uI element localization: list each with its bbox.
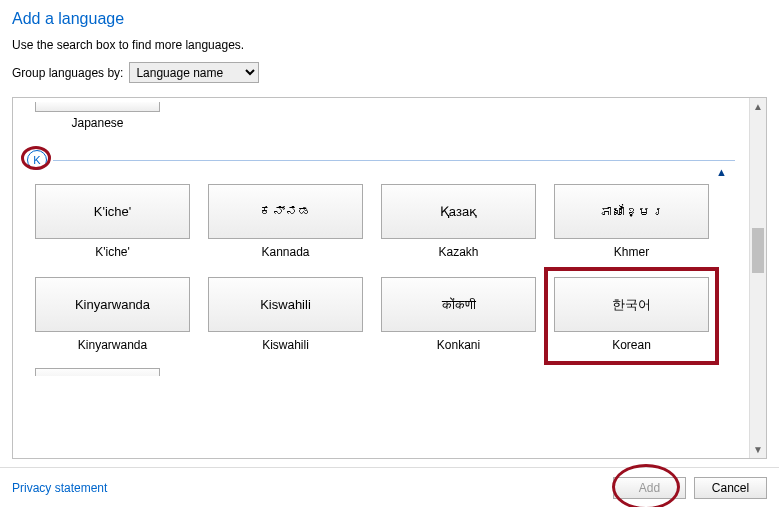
- language-tile-label: Khmer: [614, 245, 649, 259]
- scrollbar[interactable]: ▲ ▼: [749, 98, 766, 458]
- page-subtitle: Use the search box to find more language…: [12, 38, 767, 52]
- language-tile-label: Korean: [612, 338, 651, 352]
- cancel-button[interactable]: Cancel: [694, 477, 767, 499]
- language-tile-label: K'iche': [95, 245, 130, 259]
- collapse-arrow-icon[interactable]: ▲: [716, 166, 727, 178]
- language-tile-partial-top[interactable]: [35, 102, 160, 112]
- letter-group-k[interactable]: K: [27, 150, 47, 170]
- language-tile-korean[interactable]: 한국어: [554, 277, 709, 332]
- language-list: Japanese K ▲ K'iche' K'iche' ಕನ್ನಡ Kanna…: [12, 97, 767, 459]
- scroll-down-icon[interactable]: ▼: [750, 441, 766, 458]
- group-by-select[interactable]: Language name: [129, 62, 259, 83]
- letter-group-label: K: [33, 154, 40, 166]
- language-tile-label: Kinyarwanda: [78, 338, 147, 352]
- language-tile-kannada[interactable]: ಕನ್ನಡ: [208, 184, 363, 239]
- language-tile-label: Kannada: [261, 245, 309, 259]
- divider: [53, 160, 735, 161]
- language-tile-label: Japanese: [35, 112, 160, 130]
- page-title: Add a language: [12, 10, 767, 28]
- language-tile-khmer[interactable]: ភាសាខ្មែរ: [554, 184, 709, 239]
- language-tile-konkani[interactable]: कोंकणी: [381, 277, 536, 332]
- privacy-link[interactable]: Privacy statement: [12, 481, 107, 495]
- language-tile-kiche[interactable]: K'iche': [35, 184, 190, 239]
- scroll-thumb[interactable]: [752, 228, 764, 273]
- group-by-label: Group languages by:: [12, 66, 123, 80]
- add-button-label: Add: [639, 481, 660, 495]
- language-tile-label: Kiswahili: [262, 338, 309, 352]
- language-tile-label: Konkani: [437, 338, 480, 352]
- add-button[interactable]: Add: [613, 477, 686, 499]
- language-tile-kiswahili[interactable]: Kiswahili: [208, 277, 363, 332]
- language-tile-label: Kazakh: [438, 245, 478, 259]
- scroll-up-icon[interactable]: ▲: [750, 98, 766, 115]
- language-tile-kazakh[interactable]: Қазақ: [381, 184, 536, 239]
- language-tile-kinyarwanda[interactable]: Kinyarwanda: [35, 277, 190, 332]
- language-tile-partial-bottom[interactable]: [35, 368, 160, 376]
